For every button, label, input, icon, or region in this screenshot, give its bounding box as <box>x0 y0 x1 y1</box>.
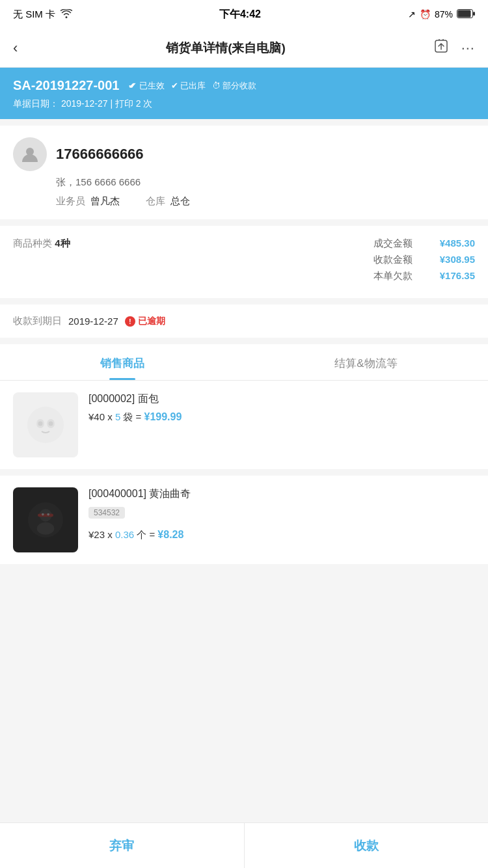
product-price: ¥40 x 5 袋 = ¥199.99 <box>88 411 475 424</box>
status-bar: 无 SIM 卡 下午4:42 ↗ ⏰ 87% <box>0 0 488 29</box>
svg-point-14 <box>42 513 44 516</box>
header-banner: SA-20191227-001 ✔ ✔ 已生效 ✔ 已出库 ⏱ 部分收款 单据日… <box>0 68 488 119</box>
badge-partial: ⏱ 部分收款 <box>212 80 256 92</box>
customer-avatar <box>13 137 47 171</box>
badge-effective: ✔ ✔ 已生效 <box>128 80 165 92</box>
summary-category: 商品种类 4种 <box>13 237 70 250</box>
product-code-2: [000400001] <box>88 488 146 499</box>
svg-point-5 <box>27 407 64 443</box>
debt-row: 本单欠款 ¥176.35 <box>373 270 475 282</box>
status-time: 下午4:42 <box>219 8 261 21</box>
product-image-2 <box>13 487 78 552</box>
category-value: 4种 <box>55 237 70 249</box>
svg-point-12 <box>37 522 54 535</box>
unit-price-2: ¥23 <box>88 529 105 540</box>
alarm-icon: ⏰ <box>420 9 431 20</box>
svg-rect-2 <box>473 12 475 16</box>
tabs-section: 销售商品 结算&物流等 <box>0 344 488 381</box>
product-info: [0000002] 面包 ¥40 x 5 袋 = ¥199.99 <box>88 392 475 424</box>
amount-value: ¥485.30 <box>423 237 475 250</box>
wifi-icon <box>61 9 72 20</box>
svg-point-15 <box>47 513 49 516</box>
warehouse-value: 总仓 <box>170 195 190 208</box>
due-date-section: 收款到期日 2019-12-27 ! 已逾期 <box>0 305 488 338</box>
nav-actions: ··· <box>434 39 475 57</box>
print-info: | 打印 2 次 <box>110 98 152 109</box>
product-image <box>13 392 78 457</box>
battery-level: 87% <box>435 9 453 20</box>
share-button[interactable] <box>434 39 448 57</box>
tab-sales-products[interactable]: 销售商品 <box>0 344 244 380</box>
more-button[interactable]: ··· <box>461 40 475 57</box>
product-info-2: [000400001] 黄油曲奇 534532 ¥23 x 0.36 个 = ¥… <box>88 487 475 541</box>
warehouse-label: 仓库 <box>146 195 165 208</box>
bottom-bar: 弃审 收款 <box>0 822 488 868</box>
product-name-2: [000400001] 黄油曲奇 <box>88 487 475 501</box>
sales-person: 业务员 曾凡杰 <box>56 195 120 208</box>
clock-icon: ⏱ <box>212 81 221 90</box>
received-row: 收款金额 ¥308.95 <box>373 254 475 266</box>
back-button[interactable]: ‹ <box>13 40 18 57</box>
product-price-2: ¥23 x 0.36 个 = ¥8.28 <box>88 529 475 541</box>
amount-label: 成交金额 <box>373 237 413 250</box>
due-label: 收款到期日 <box>13 315 62 327</box>
check-icon2: ✔ <box>171 81 178 90</box>
product-title: 面包 <box>138 393 159 404</box>
debt-label: 本单欠款 <box>373 270 413 282</box>
products-list: [0000002] 面包 ¥40 x 5 袋 = ¥199.99 <box>0 381 488 623</box>
customer-phone: 17666666666 <box>56 146 144 163</box>
confirm-button[interactable]: 收款 <box>245 823 489 868</box>
product-qty-2: 0.36 <box>115 529 134 540</box>
sales-label: 业务员 <box>56 195 85 208</box>
customer-name-phone: 张，156 6666 6666 <box>13 176 475 189</box>
svg-rect-1 <box>457 10 470 17</box>
list-item: [000400001] 黄油曲奇 534532 ¥23 x 0.36 个 = ¥… <box>0 476 488 564</box>
due-date-value: 2019-12-27 <box>68 316 118 327</box>
tab-settlement[interactable]: 结算&物流等 <box>244 344 488 380</box>
product-name: [0000002] 面包 <box>88 392 475 406</box>
sim-status: 无 SIM 卡 <box>13 8 55 21</box>
svg-point-8 <box>38 422 43 426</box>
category-label: 商品种类 <box>13 237 52 249</box>
product-total: ¥199.99 <box>144 411 182 422</box>
customer-section: 17666666666 张，156 6666 6666 业务员 曾凡杰 仓库 总… <box>0 126 488 219</box>
product-qty: 5 <box>115 411 120 422</box>
debt-value: ¥176.35 <box>423 270 475 282</box>
cancel-button[interactable]: 弃审 <box>0 823 245 868</box>
order-id: SA-20191227-001 <box>13 78 119 93</box>
order-badges: ✔ ✔ 已生效 ✔ 已出库 ⏱ 部分收款 <box>128 80 256 92</box>
overdue-dot-icon: ! <box>125 316 135 327</box>
status-right: ↗ ⏰ 87% <box>408 9 475 20</box>
page-title: 销货单详情(来自电脑) <box>166 40 286 57</box>
received-label: 收款金额 <box>373 254 413 266</box>
summary-amounts: 成交金额 ¥485.30 收款金额 ¥308.95 本单欠款 ¥176.35 <box>373 237 475 286</box>
warehouse: 仓库 总仓 <box>146 195 190 208</box>
location-icon: ↗ <box>408 9 416 20</box>
status-left: 无 SIM 卡 <box>13 8 72 21</box>
order-date: 2019-12-27 <box>61 98 108 109</box>
product-code: [0000002] <box>88 393 135 404</box>
overdue-text: 已逾期 <box>138 316 165 327</box>
product-tag: 534532 <box>88 507 125 519</box>
badge-delivered: ✔ 已出库 <box>171 80 206 92</box>
product-unit: 袋 <box>123 411 133 422</box>
list-item: [0000002] 面包 ¥40 x 5 袋 = ¥199.99 <box>0 381 488 469</box>
product-unit-2: 个 <box>137 529 146 540</box>
sales-value: 曾凡杰 <box>90 195 120 208</box>
product-title-2: 黄油曲奇 <box>149 488 191 499</box>
nav-bar: ‹ 销货单详情(来自电脑) ··· <box>0 29 488 68</box>
received-value: ¥308.95 <box>423 254 475 266</box>
order-date-row: 单据日期： 2019-12-27 | 打印 2 次 <box>13 98 475 110</box>
date-label: 单据日期： <box>13 98 59 109</box>
overdue-badge: ! 已逾期 <box>125 316 165 327</box>
unit-price: ¥40 <box>88 411 105 422</box>
svg-rect-13 <box>38 513 53 517</box>
battery-icon <box>457 9 475 20</box>
svg-point-9 <box>49 422 53 426</box>
customer-meta: 业务员 曾凡杰 仓库 总仓 <box>13 195 475 208</box>
amount-row: 成交金额 ¥485.30 <box>373 237 475 250</box>
summary-section: 商品种类 4种 成交金额 ¥485.30 收款金额 ¥308.95 本单欠款 ¥… <box>0 226 488 298</box>
product-total-2: ¥8.28 <box>157 529 183 540</box>
